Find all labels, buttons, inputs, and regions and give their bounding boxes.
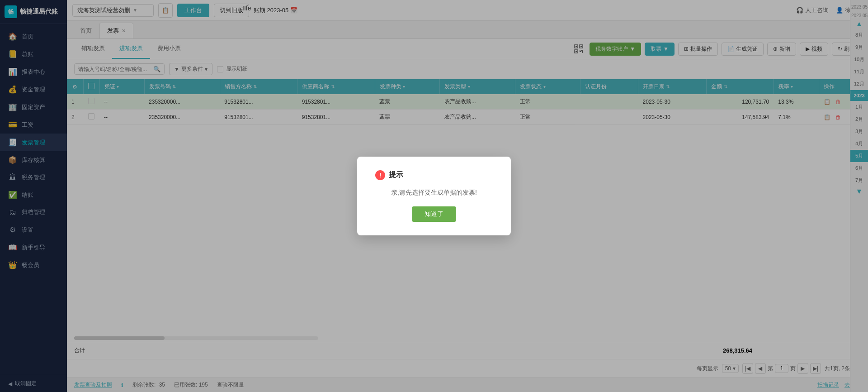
dialog-confirm-button[interactable]: 知道了 [412, 206, 456, 222]
dialog-header: ! 提示 [375, 170, 403, 180]
alert-dialog: ! 提示 亲,请先选择要生成单据的发票! 知道了 [357, 157, 511, 235]
warning-icon: ! [375, 170, 385, 180]
dialog-title: 提示 [389, 170, 403, 180]
iife-badge: IIfe [242, 5, 251, 12]
modal-overlay: ! 提示 亲,请先选择要生成单据的发票! 知道了 [0, 0, 868, 392]
dialog-message: 亲,请先选择要生成单据的发票! [391, 187, 477, 197]
